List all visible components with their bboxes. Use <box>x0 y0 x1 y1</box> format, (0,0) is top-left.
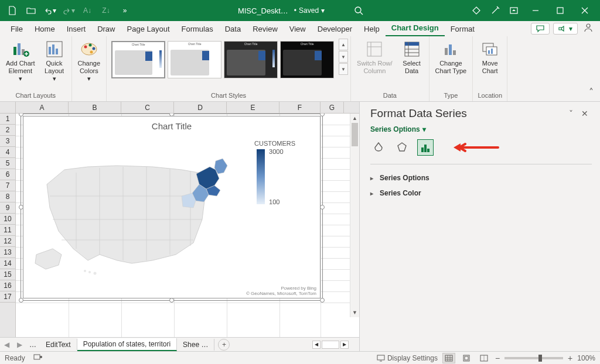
row-header[interactable]: 15 <box>0 269 15 280</box>
row-header[interactable]: 6 <box>0 169 15 180</box>
tab-chart-design[interactable]: Chart Design <box>386 21 445 36</box>
sort-desc-icon[interactable]: Z↓ <box>97 4 115 18</box>
minimize-button[interactable] <box>524 4 547 18</box>
tab-view[interactable]: View <box>284 22 312 36</box>
map-chart[interactable] <box>29 138 246 278</box>
new-file-icon[interactable] <box>4 4 21 18</box>
tab-format[interactable]: Format <box>445 22 480 36</box>
row-header[interactable]: 5 <box>0 158 15 169</box>
row-header[interactable]: 9 <box>0 202 15 214</box>
collapse-ribbon-icon[interactable]: ˄ <box>582 36 600 101</box>
pane-options-icon[interactable]: ˅ <box>564 107 578 121</box>
effects-tab-icon[interactable] <box>394 139 410 156</box>
ribbon-display-icon[interactable] <box>505 4 523 18</box>
row-header[interactable]: 2 <box>0 125 15 136</box>
styles-scroll-up[interactable]: ▲ <box>339 39 348 50</box>
col-header[interactable]: E <box>227 102 279 113</box>
series-options-section[interactable]: ▸Series Options <box>370 170 592 186</box>
row-header[interactable]: 3 <box>0 136 15 147</box>
chart-legend[interactable]: CUSTOMERS 3000 100 <box>254 140 313 204</box>
series-options-tab-icon[interactable] <box>417 139 434 156</box>
row-header[interactable]: 10 <box>0 214 15 225</box>
style-thumb-4[interactable]: Chart Title <box>280 41 334 78</box>
vertical-scrollbar[interactable]: ▲ ▼ <box>350 114 359 317</box>
col-header[interactable]: B <box>69 102 121 113</box>
diamond-icon[interactable] <box>468 4 485 18</box>
redo-icon[interactable]: ▾ <box>60 4 77 18</box>
tab-insert[interactable]: Insert <box>61 22 92 36</box>
page-break-view-icon[interactable] <box>478 353 490 363</box>
tab-file[interactable]: File <box>5 22 29 36</box>
tab-developer[interactable]: Developer <box>312 22 358 36</box>
account-icon[interactable] <box>581 22 595 35</box>
style-thumb-1[interactable]: Chart Title <box>111 41 165 78</box>
row-header[interactable]: 14 <box>0 258 15 269</box>
horizontal-scrollbar[interactable]: ◀▶ <box>312 340 359 349</box>
select-data-button[interactable]: Select Data <box>397 39 427 76</box>
quick-layout-button[interactable]: Quick Layout ▾ <box>40 39 69 84</box>
normal-view-icon[interactable] <box>442 353 455 363</box>
add-chart-element-button[interactable]: Add Chart Element ▾ <box>2 39 39 84</box>
row-header[interactable]: 1 <box>0 114 15 125</box>
tab-data[interactable]: Data <box>219 22 247 36</box>
undo-icon[interactable]: ▾ <box>41 4 59 18</box>
tab-help[interactable]: Help <box>358 22 386 36</box>
qat-overflow-icon[interactable]: » <box>116 4 134 18</box>
sheet-tab-sheet[interactable]: Shee … <box>177 339 214 351</box>
sheet-tab-edittext[interactable]: EditText <box>40 339 77 351</box>
col-header[interactable]: D <box>174 102 227 113</box>
zoom-out-button[interactable]: − <box>495 353 500 363</box>
row-header[interactable]: 16 <box>0 280 15 291</box>
pane-subtitle[interactable]: Series Options ▾ <box>370 121 592 139</box>
maximize-button[interactable] <box>548 4 572 18</box>
zoom-percentage[interactable]: 100% <box>577 354 595 362</box>
col-header[interactable]: G <box>321 102 344 113</box>
tab-nav-next[interactable]: ▶ <box>13 341 26 349</box>
macro-record-icon[interactable] <box>33 353 43 363</box>
row-header[interactable]: 13 <box>0 247 15 258</box>
select-all-cell[interactable] <box>0 102 16 113</box>
row-header[interactable]: 17 <box>0 291 15 303</box>
pane-close-icon[interactable]: ✕ <box>578 107 592 121</box>
tab-nav-prev[interactable]: ◀ <box>0 341 13 349</box>
search-icon[interactable] <box>354 6 363 15</box>
tab-overflow[interactable]: … <box>26 341 40 349</box>
style-thumb-2[interactable]: Chart Title <box>168 41 221 78</box>
row-header[interactable]: 7 <box>0 180 15 191</box>
tab-page-layout[interactable]: Page Layout <box>121 22 176 36</box>
tab-review[interactable]: Review <box>247 22 284 36</box>
col-header[interactable]: C <box>121 102 174 113</box>
series-color-section[interactable]: ▸Series Color <box>370 186 592 201</box>
styles-expand[interactable]: ▼ <box>339 63 348 75</box>
row-header[interactable]: 4 <box>0 147 15 158</box>
open-file-icon[interactable] <box>22 4 40 18</box>
zoom-in-button[interactable]: + <box>568 353 572 363</box>
display-settings-button[interactable]: Display Settings <box>377 354 438 362</box>
cell-grid[interactable]: Chart Title <box>16 114 359 337</box>
styles-scroll-down[interactable]: ▼ <box>339 51 348 63</box>
row-header[interactable]: 12 <box>0 236 15 247</box>
change-chart-type-button[interactable]: Change Chart Type <box>432 39 471 76</box>
row-header[interactable]: 8 <box>0 191 15 202</box>
style-thumb-3[interactable]: Chart Title <box>224 41 278 78</box>
tab-formulas[interactable]: Formulas <box>176 22 219 36</box>
row-header[interactable]: 11 <box>0 225 15 236</box>
save-status[interactable]: • Saved ▾ <box>294 6 325 15</box>
sort-asc-icon[interactable]: A↓ <box>79 4 96 18</box>
comments-button[interactable] <box>531 23 550 35</box>
add-sheet-button[interactable]: + <box>218 339 230 351</box>
move-chart-button[interactable]: Move Chart <box>475 39 504 76</box>
tab-draw[interactable]: Draw <box>91 22 121 36</box>
fill-line-tab-icon[interactable] <box>370 139 387 156</box>
close-button[interactable] <box>573 4 596 18</box>
sheet-tab-population[interactable]: Population of states, territori <box>77 338 177 351</box>
col-header[interactable]: F <box>279 102 321 113</box>
share-button[interactable]: ▾ <box>553 23 578 35</box>
col-header[interactable]: A <box>16 102 69 113</box>
tab-home[interactable]: Home <box>29 22 61 36</box>
page-layout-view-icon[interactable] <box>460 353 473 363</box>
wand-icon[interactable] <box>486 4 504 18</box>
change-colors-button[interactable]: Change Colors ▾ <box>74 39 104 84</box>
chart-title[interactable]: Chart Title <box>23 116 320 131</box>
zoom-slider[interactable] <box>504 357 563 359</box>
